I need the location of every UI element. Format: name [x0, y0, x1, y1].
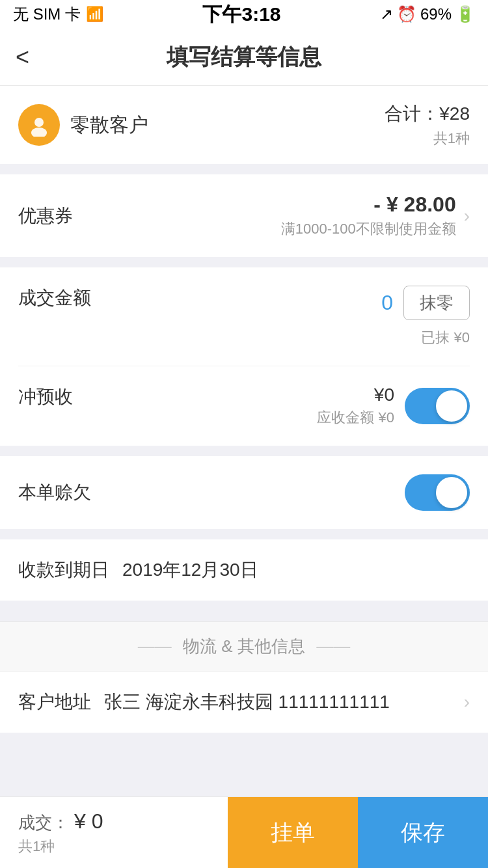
- address-value: 张三 海淀永丰科技园 11111111111: [104, 690, 464, 714]
- bottom-deal-row: 成交： ¥ 0: [18, 809, 210, 834]
- bottom-info: 成交： ¥ 0 共1种: [0, 809, 228, 856]
- status-time: 下午3:18: [202, 1, 280, 28]
- prepay-values: ¥0 应收金额 ¥0: [317, 385, 394, 427]
- prepay-sub-value: 应收金额 ¥0: [317, 408, 394, 427]
- alarm-icon: ⏰: [397, 5, 416, 23]
- debt-toggle[interactable]: [405, 474, 470, 511]
- back-button[interactable]: <: [16, 44, 29, 71]
- coupon-values: - ¥ 28.00 满1000-100不限制使用金额: [281, 193, 456, 239]
- bottom-count: 共1种: [18, 837, 210, 856]
- no-sim-label: 无 SIM 卡: [13, 4, 81, 25]
- deal-amount-top: 0 抹零: [381, 286, 470, 320]
- due-date-value: 2019年12月30日: [122, 558, 258, 582]
- logistics-section-header: 物流 & 其他信息: [0, 621, 488, 671]
- deal-amount-row: 成交金额 0 抹零 已抹 ¥0: [0, 267, 488, 366]
- deal-amount-right: 0 抹零 已抹 ¥0: [381, 286, 470, 347]
- coupon-right: - ¥ 28.00 满1000-100不限制使用金额 ›: [281, 193, 470, 239]
- prepay-toggle[interactable]: [405, 388, 470, 424]
- due-date-row: 收款到期日 2019年12月30日: [0, 539, 488, 601]
- customer-row: 零散客户 合计：¥28 共1种: [0, 86, 488, 164]
- section-gap: [0, 611, 488, 621]
- prepay-right: ¥0 应收金额 ¥0: [317, 385, 470, 427]
- deal-amount-sub: 已抹 ¥0: [421, 328, 470, 347]
- coupon-section: 优惠券 - ¥ 28.00 满1000-100不限制使用金额 ›: [0, 174, 488, 257]
- address-chevron-icon: ›: [464, 692, 470, 712]
- customer-count: 共1种: [385, 129, 470, 148]
- status-left: 无 SIM 卡 📶: [13, 4, 103, 25]
- svg-point-1: [31, 128, 47, 137]
- coupon-description: 满1000-100不限制使用金额: [281, 219, 456, 239]
- deal-amount-label: 成交金额: [18, 286, 91, 310]
- hold-order-button[interactable]: 挂单: [228, 797, 358, 869]
- coupon-row[interactable]: 优惠券 - ¥ 28.00 满1000-100不限制使用金额 ›: [0, 174, 488, 257]
- coupon-label: 优惠券: [18, 204, 73, 228]
- customer-right: 合计：¥28 共1种: [385, 102, 470, 148]
- status-bar: 无 SIM 卡 📶 下午3:18 ↗ ⏰ 69% 🔋: [0, 0, 488, 29]
- prepay-main-value: ¥0: [317, 385, 394, 405]
- coupon-discount: - ¥ 28.00: [281, 193, 456, 217]
- deal-amount-value[interactable]: 0: [381, 291, 393, 315]
- customer-left: 零散客户: [18, 104, 148, 146]
- address-section: 客户地址 张三 海淀永丰科技园 11111111111 ›: [0, 671, 488, 733]
- bottom-deal-label: 成交：: [18, 811, 69, 834]
- debt-section: 本单赊欠: [0, 456, 488, 529]
- page-title: 填写结算等信息: [167, 42, 321, 72]
- customer-total: 合计：¥28: [385, 102, 470, 126]
- status-right: ↗ ⏰ 69% 🔋: [380, 5, 475, 23]
- location-icon: ↗: [380, 5, 393, 23]
- nav-bar: < 填写结算等信息: [0, 29, 488, 86]
- amount-section: 成交金额 0 抹零 已抹 ¥0 冲预收 ¥0 应收金额 ¥0: [0, 267, 488, 446]
- avatar: [18, 104, 60, 146]
- bottom-deal-amount: ¥ 0: [74, 809, 103, 834]
- address-row[interactable]: 客户地址 张三 海淀永丰科技园 11111111111 ›: [0, 671, 488, 733]
- round-zero-button[interactable]: 抹零: [403, 286, 470, 320]
- prepay-row: 冲预收 ¥0 应收金额 ¥0: [0, 366, 488, 446]
- due-date-section: 收款到期日 2019年12月30日: [0, 539, 488, 601]
- battery-label: 69%: [420, 5, 452, 23]
- bottom-bar: 成交： ¥ 0 共1种 挂单 保存: [0, 796, 488, 868]
- wifi-icon: 📶: [86, 6, 103, 23]
- address-label: 客户地址: [18, 690, 91, 714]
- content: 零散客户 合计：¥28 共1种 优惠券 - ¥ 28.00 满1000-100不…: [0, 86, 488, 868]
- svg-point-0: [34, 118, 44, 127]
- customer-section: 零散客户 合计：¥28 共1种: [0, 86, 488, 164]
- due-date-label: 收款到期日: [18, 558, 109, 582]
- debt-label: 本单赊欠: [18, 480, 91, 505]
- prepay-label: 冲预收: [18, 385, 73, 409]
- battery-icon: 🔋: [455, 5, 475, 23]
- save-button[interactable]: 保存: [358, 797, 488, 869]
- chevron-right-icon: ›: [464, 206, 470, 226]
- logistics-label: 物流 & 其他信息: [183, 636, 305, 656]
- debt-row: 本单赊欠: [0, 456, 488, 529]
- customer-name: 零散客户: [70, 112, 148, 139]
